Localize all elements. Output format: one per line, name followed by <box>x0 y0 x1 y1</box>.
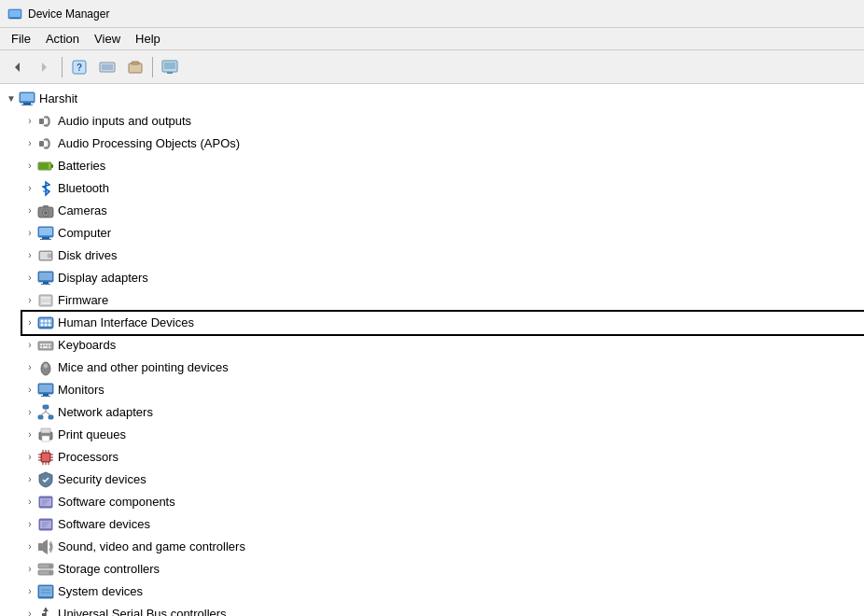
expand-arrow-system[interactable]: › <box>22 581 37 602</box>
tree-row-disk[interactable]: › Disk drives <box>22 245 864 267</box>
update-driver-button[interactable] <box>94 54 120 80</box>
tree-label-sound: Sound, video and game controllers <box>58 537 245 557</box>
svg-rect-6 <box>102 64 113 70</box>
expand-arrow-bluetooth[interactable]: › <box>22 178 37 199</box>
svg-rect-13 <box>21 93 34 101</box>
expand-arrow-hid[interactable]: › <box>22 313 37 333</box>
expand-arrow-security[interactable]: › <box>22 469 37 490</box>
expand-arrow-disk[interactable]: › <box>22 245 37 266</box>
expand-arrow-storage[interactable]: › <box>22 559 37 580</box>
svg-rect-27 <box>42 237 49 239</box>
tree-row-mice[interactable]: › Mice and other pointing devices <box>22 357 864 379</box>
tree-item-print: › Print queues <box>4 424 864 446</box>
menu-file[interactable]: File <box>4 30 38 48</box>
svg-rect-37 <box>41 297 50 304</box>
properties-button[interactable]: ? <box>66 54 92 80</box>
expand-arrow-monitors[interactable]: › <box>22 380 37 400</box>
tree-row-network[interactable]: › Network adapters <box>22 401 864 424</box>
expand-arrow-cameras[interactable]: › <box>22 201 37 221</box>
tree-label-computer: Computer <box>58 223 111 244</box>
expand-arrow-root[interactable]: ▼ <box>4 89 19 109</box>
disk-icon-disk <box>37 247 54 264</box>
tree-row-softwarecomp[interactable]: › Software components <box>22 491 864 513</box>
back-button[interactable] <box>4 54 30 80</box>
main-content[interactable]: ▼ Harshit › Audio inputs and outputs› <box>0 84 864 616</box>
tree-row-audio[interactable]: › Audio inputs and outputs <box>22 110 864 133</box>
tree-row-apo[interactable]: › Audio Processing Objects (APOs) <box>22 133 864 155</box>
tree-row-softwaredev[interactable]: › Software devices <box>22 513 864 536</box>
tree-item-bluetooth: › Bluetooth <box>4 177 864 200</box>
expand-arrow-apo[interactable]: › <box>22 133 37 154</box>
tree-label-audio: Audio inputs and outputs <box>58 111 191 132</box>
tree-item-apo: › Audio Processing Objects (APOs) <box>4 133 864 155</box>
expand-arrow-display[interactable]: › <box>22 268 37 288</box>
expand-arrow-softwaredev[interactable]: › <box>22 514 37 535</box>
tree-row-batteries[interactable]: › Batteries <box>22 155 864 177</box>
tree-row-usb[interactable]: › Universal Serial Bus controllers <box>22 603 864 616</box>
title-bar: Device Manager <box>0 0 864 28</box>
usb-icon-usb <box>37 606 54 616</box>
tree-row-sound[interactable]: › Sound, video and game controllers <box>22 536 864 558</box>
tree-row-display[interactable]: › Display adapters <box>22 267 864 289</box>
tree-row-bluetooth[interactable]: › Bluetooth <box>22 177 864 200</box>
svg-rect-96 <box>38 543 43 551</box>
expand-arrow-batteries[interactable]: › <box>22 156 37 176</box>
tree-row-firmware[interactable]: › Firmware <box>22 289 864 312</box>
tree-label-batteries: Batteries <box>58 156 105 176</box>
svg-rect-60 <box>39 385 52 392</box>
tree-item-usb: › Universal Serial Bus controllers <box>4 603 864 616</box>
tree-row-security[interactable]: › Security devices <box>22 469 864 491</box>
expand-arrow-processors[interactable]: › <box>22 447 37 468</box>
system-icon-system <box>37 583 54 600</box>
tree-row-monitors[interactable]: › Monitors <box>22 379 864 401</box>
expand-arrow-usb[interactable]: › <box>22 604 37 616</box>
menu-action[interactable]: Action <box>38 30 87 48</box>
expand-arrow-network[interactable]: › <box>22 402 37 423</box>
tree-label-softwaredev: Software devices <box>58 514 150 535</box>
tree-item-softwaredev: › Software devices <box>4 513 864 536</box>
scan-button[interactable] <box>157 54 183 80</box>
uninstall-button[interactable] <box>122 54 148 80</box>
tree-item-mice: › Mice and other pointing devices <box>4 357 864 379</box>
svg-rect-51 <box>46 343 48 345</box>
tree-row-storage[interactable]: › Storage controllers <box>22 558 864 581</box>
camera-icon-cameras <box>37 203 54 219</box>
tree-item-disk: › Disk drives <box>4 245 864 267</box>
tree-row-processors[interactable]: › Processors <box>22 446 864 469</box>
expand-arrow-keyboards[interactable]: › <box>22 335 37 356</box>
tree-label-apo: Audio Processing Objects (APOs) <box>58 133 240 154</box>
menu-help[interactable]: Help <box>128 30 168 48</box>
tree-row-hid[interactable]: › Human Interface Devices <box>22 312 864 334</box>
tree-label-monitors: Monitors <box>58 380 105 400</box>
expand-arrow-mice[interactable]: › <box>22 357 37 378</box>
tree-item-audio: › Audio inputs and outputs <box>4 110 864 133</box>
expand-arrow-print[interactable]: › <box>22 425 37 445</box>
forward-icon <box>37 60 52 75</box>
tree-row-system[interactable]: › System devices <box>22 581 864 603</box>
svg-point-42 <box>41 320 44 323</box>
expand-arrow-audio[interactable]: › <box>22 111 37 132</box>
storage-icon-storage <box>37 561 54 578</box>
svg-point-47 <box>49 324 51 327</box>
tree-row-cameras[interactable]: › Cameras <box>22 200 864 222</box>
svg-rect-102 <box>39 586 52 596</box>
audio-icon-audio <box>37 113 54 130</box>
uninstall-icon <box>127 59 144 76</box>
forward-button[interactable] <box>32 54 58 80</box>
expand-arrow-sound[interactable]: › <box>22 537 37 557</box>
tree-row-root[interactable]: ▼ Harshit <box>4 88 864 110</box>
svg-rect-14 <box>23 103 31 105</box>
tree-row-print[interactable]: › Print queues <box>22 424 864 446</box>
svg-point-45 <box>41 324 44 327</box>
svg-rect-15 <box>21 105 33 105</box>
svg-rect-28 <box>40 239 51 240</box>
expand-arrow-firmware[interactable]: › <box>22 290 37 311</box>
expand-arrow-computer[interactable]: › <box>22 223 37 244</box>
tree-row-computer[interactable]: › Computer <box>22 222 864 245</box>
expand-arrow-softwarecomp[interactable]: › <box>22 492 37 512</box>
tree-item-security: › Security devices <box>4 469 864 491</box>
menu-view[interactable]: View <box>87 30 128 48</box>
tree-label-keyboards: Keyboards <box>58 335 116 356</box>
tree-item-softwarecomp: › Software components <box>4 491 864 513</box>
tree-row-keyboards[interactable]: › Keyboards <box>22 334 864 357</box>
